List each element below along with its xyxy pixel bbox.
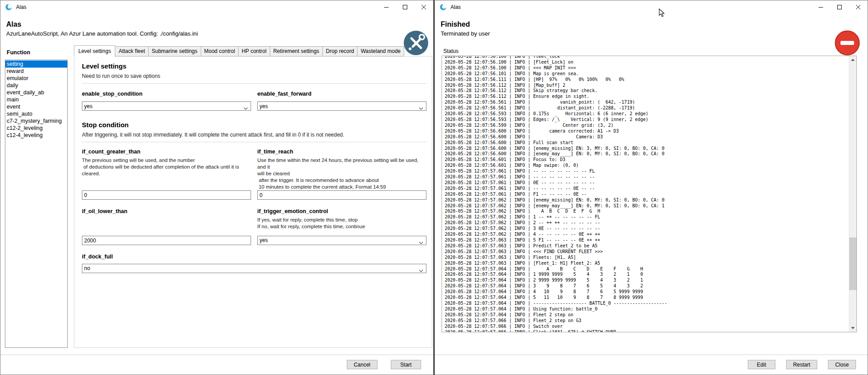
start-button[interactable]: Start xyxy=(391,360,421,369)
function-list-item[interactable]: emulator xyxy=(5,75,67,82)
field-description: Use the time within the next 24 hours, t… xyxy=(257,157,426,190)
dropdown-value: yes xyxy=(260,237,268,243)
function-list-item[interactable]: semi_auto xyxy=(5,110,67,117)
maximize-button[interactable] xyxy=(830,0,849,14)
run-status-title: Finished xyxy=(441,20,868,28)
close-window-button[interactable]: Close xyxy=(828,360,856,369)
field-description: The previous setting will be used, and t… xyxy=(82,157,251,177)
dropdown-value: yes xyxy=(260,103,268,109)
mouse-cursor-arrow xyxy=(659,8,665,19)
function-list-item[interactable]: event xyxy=(5,103,67,110)
alas-config-window: Alas Alas AzurLaneAutoScript, An Azur La… xyxy=(0,0,434,375)
titlebar[interactable]: Alas xyxy=(0,0,433,14)
page-title: Alas xyxy=(6,20,433,28)
alas-app-logo-icon xyxy=(439,4,447,11)
function-list-label: Function xyxy=(7,49,30,56)
close-icon xyxy=(856,5,860,9)
chevron-down-icon xyxy=(419,239,423,246)
alas-app-logo-icon xyxy=(5,4,12,11)
close-button[interactable] xyxy=(849,0,868,14)
field-label-enable-stop-condition: enable_stop_condition xyxy=(82,91,251,97)
log-output-box: 2020-05-28 12:07:56.100 | INFO | fleet_l… xyxy=(442,56,857,332)
field-label-if-dock-full: if_dock_full xyxy=(82,254,426,260)
close-button[interactable] xyxy=(414,0,433,14)
level-settings-tab-page: Level settings Need to run once to save … xyxy=(74,56,432,348)
chevron-down-icon xyxy=(243,105,248,111)
config-header: Alas AzurLaneAutoScript, An Azur Lane au… xyxy=(0,14,433,47)
minimize-icon xyxy=(384,5,389,9)
tab-strip[interactable]: Level settingsAttack fleetSubmarine sett… xyxy=(74,47,432,56)
tab[interactable]: Wasteland mode xyxy=(357,46,404,56)
field-label-enable-fast-forward: enable_fast_forward xyxy=(257,91,426,97)
section-title-stop-condition: Stop condition xyxy=(82,121,426,129)
function-list-item[interactable]: main xyxy=(5,96,67,103)
log-scrollbar[interactable] xyxy=(849,56,856,332)
enable-stop-condition-dropdown[interactable]: yes xyxy=(82,101,251,111)
function-list-item[interactable]: c7-2_mystery_farming xyxy=(5,117,67,125)
footer-bar: Edit Restart Close xyxy=(435,355,868,375)
arrow-down-icon[interactable] xyxy=(849,324,856,332)
alas-log-window: Alas Finished Terminated by user Status … xyxy=(434,0,868,375)
arrow-up-icon[interactable] xyxy=(849,56,856,64)
field-label-if-trigger-emotion-control: if_trigger_emotion_control xyxy=(257,208,426,214)
page-subtitle: AzurLaneAutoScript, An Azur Lane automat… xyxy=(6,30,433,37)
tab[interactable]: HP control xyxy=(239,46,270,56)
maximize-button[interactable] xyxy=(396,0,414,14)
chevron-down-icon xyxy=(419,105,423,111)
dropdown-value: yes xyxy=(84,103,93,109)
section-subtitle: Need to run once to save options xyxy=(82,73,426,79)
function-list-item[interactable]: c12-4_leveling xyxy=(5,132,67,139)
if-oil-lower-than-input[interactable] xyxy=(82,236,251,245)
enable-fast-forward-dropdown[interactable]: yes xyxy=(257,101,426,111)
log-text: 2020-05-28 12:07:56.100 | INFO | fleet_l… xyxy=(442,56,856,332)
maximize-icon xyxy=(837,5,842,9)
run-status-subtitle: Terminated by user xyxy=(441,30,868,37)
function-list-item[interactable]: c12-2_leveling xyxy=(5,125,67,132)
tab[interactable]: Level settings xyxy=(74,45,115,57)
cancel-button[interactable]: Cancel xyxy=(347,360,377,369)
if-count-greater-than-input[interactable] xyxy=(82,190,251,200)
no-entry-stop-icon xyxy=(835,30,860,56)
maximize-icon xyxy=(403,5,407,9)
divider xyxy=(82,83,426,84)
section-subtitle: After triggering, it will not stop immed… xyxy=(82,132,426,138)
divider xyxy=(82,142,426,142)
minimize-button[interactable] xyxy=(811,0,830,14)
function-list-item[interactable]: reward xyxy=(5,68,67,75)
field-label-if-time-reach: if_time_reach xyxy=(257,149,426,155)
settings-tab-control: Level settingsAttack fleetSubmarine sett… xyxy=(74,47,432,348)
footer-bar: Cancel Start xyxy=(0,355,433,375)
scrollbar-thumb[interactable] xyxy=(849,238,856,290)
window-title: Alas xyxy=(16,4,26,10)
dropdown-value: no xyxy=(84,265,90,271)
close-icon xyxy=(422,5,426,9)
tab[interactable]: Retirement settings xyxy=(270,46,323,56)
tab[interactable]: Attack fleet xyxy=(115,46,148,56)
section-title-level-settings: Level settings xyxy=(82,62,426,70)
field-label-if-count-greater-than: if_count_greater_than xyxy=(82,149,251,155)
function-list-item[interactable]: daily xyxy=(5,82,67,89)
edit-button[interactable]: Edit xyxy=(748,360,775,369)
if-trigger-emotion-control-dropdown[interactable]: yes xyxy=(257,236,426,245)
window-title: Alas xyxy=(450,4,461,10)
function-listbox[interactable]: settingrewardemulatordailyevent_daily_ab… xyxy=(5,60,68,348)
status-group-label: Status xyxy=(443,48,458,54)
restart-button[interactable]: Restart xyxy=(786,360,818,369)
tab[interactable]: Mood control xyxy=(201,46,239,56)
if-time-reach-input[interactable] xyxy=(257,190,426,200)
function-list-item[interactable]: setting xyxy=(5,60,67,68)
field-label-if-oil-lower-than: if_oil_lower_than xyxy=(82,208,251,214)
minimize-icon xyxy=(819,5,823,9)
tab[interactable]: Drop record xyxy=(323,46,357,56)
if-dock-full-dropdown[interactable]: no xyxy=(82,264,426,273)
function-list-item[interactable]: event_daily_ab xyxy=(5,89,67,96)
tab[interactable]: Submarine settings xyxy=(149,46,201,56)
minimize-button[interactable] xyxy=(377,0,396,14)
titlebar[interactable]: Alas xyxy=(435,0,868,14)
chevron-down-icon xyxy=(419,267,423,274)
field-description: If yes, wait for reply, complete this ti… xyxy=(257,217,426,230)
run-status-header: Finished Terminated by user xyxy=(435,14,868,47)
